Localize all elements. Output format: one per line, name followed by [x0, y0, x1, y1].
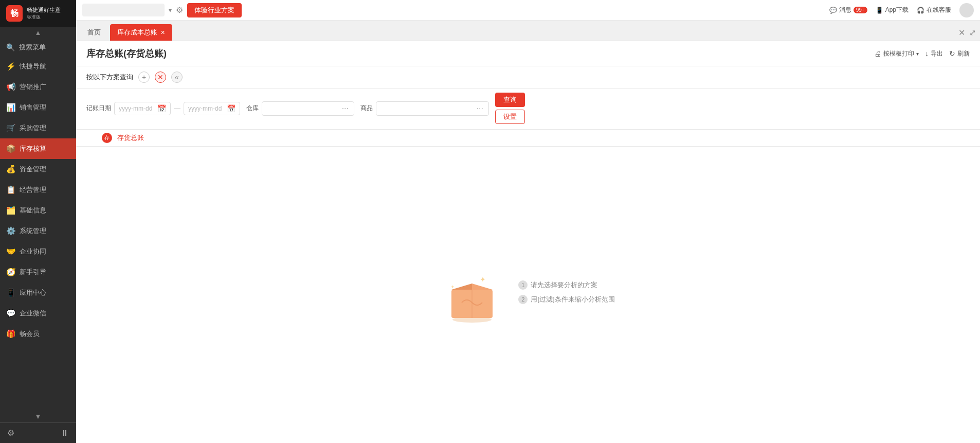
sidebar-item-capital[interactable]: 💰 资金管理: [0, 159, 76, 180]
goods-field-group: 商品 ···: [360, 101, 489, 116]
warehouse-field-group: 仓库 ···: [246, 101, 354, 116]
guide-icon: 🧭: [6, 268, 15, 277]
tabbar: 首页 库存成本总账 ✕ ✕ ⤢: [76, 21, 980, 41]
warehouse-more-icon[interactable]: ···: [342, 104, 349, 113]
refresh-btn[interactable]: ↻ 刷新: [949, 49, 970, 58]
tab-inventory-cost[interactable]: 库存成本总账 ✕: [110, 24, 172, 41]
sidebar-item-member[interactable]: 🎁 畅会员: [0, 324, 76, 344]
refresh-icon: ↻: [949, 49, 955, 58]
sidebar-item-ops[interactable]: 📋 经营管理: [0, 180, 76, 200]
refresh-label: 刷新: [957, 49, 970, 58]
goods-more-icon[interactable]: ···: [477, 104, 483, 113]
member-icon: 🎁: [6, 329, 15, 339]
tab-home-label: 首页: [87, 28, 101, 37]
user-avatar[interactable]: [959, 3, 974, 17]
sidebar-item-label: 经营管理: [20, 185, 46, 194]
industry-btn[interactable]: 体验行业方案: [187, 3, 242, 17]
empty-text-list: 1 请先选择要分析的方案 2 用[过滤]条件来缩小分析范围: [518, 280, 614, 309]
date-separator: —: [174, 104, 180, 112]
tabbar-expand-icon[interactable]: ⤢: [969, 28, 976, 38]
sidebar-logo: 畅 畅捷通好生意 标准版: [0, 0, 76, 27]
query-settings-col: 查询 设置: [495, 93, 525, 124]
sidebar-item-label: 销售管理: [20, 103, 46, 112]
sidebar-item-label: 企业微信: [20, 309, 46, 318]
export-label: 导出: [931, 49, 943, 58]
topbar-search-box[interactable]: [82, 4, 165, 16]
tabbar-close-icon[interactable]: ✕: [958, 28, 965, 38]
search-icon: 🔍: [6, 43, 15, 51]
print-chevron-icon: ▾: [916, 51, 919, 57]
collab-icon: 🤝: [6, 247, 15, 256]
content-area: 库存总账(存货总账) 🖨 按模板打印 ▾ ↓ 导出 ↻ 刷新 按以下方案查询: [76, 41, 980, 443]
sidebar-item-label: 基础信息: [20, 206, 46, 215]
sidebar-item-sales[interactable]: 📊 销售管理: [0, 97, 76, 118]
query-btn[interactable]: 查询: [495, 93, 525, 107]
sidebar-item-guide[interactable]: 🧭 新手引导: [0, 262, 76, 282]
app-icon: 📱: [876, 7, 883, 14]
app-download-btn[interactable]: 📱 App下载: [876, 6, 909, 14]
scheme-label[interactable]: 存货总账: [117, 133, 144, 143]
step-1-num: 1: [518, 280, 528, 290]
calendar-end-icon[interactable]: 📅: [227, 104, 235, 113]
headset-icon: 🎧: [917, 7, 924, 14]
date-start-input[interactable]: yyyy-mm-dd 📅: [114, 102, 171, 115]
wecom-icon: 💬: [6, 309, 15, 318]
sidebar-search-item[interactable]: 🔍 搜索菜单: [0, 39, 76, 56]
sidebar-scroll-down[interactable]: ▼: [0, 411, 76, 422]
calendar-start-icon[interactable]: 📅: [157, 104, 166, 113]
basic-icon: 🗂️: [6, 206, 15, 215]
export-btn[interactable]: ↓ 导出: [925, 49, 943, 58]
sidebar-item-wecom[interactable]: 💬 企业微信: [0, 303, 76, 324]
logo-icon: 畅: [6, 5, 23, 22]
print-label: 按模板打印: [883, 49, 914, 58]
filter-add-btn[interactable]: +: [138, 72, 150, 83]
filter-close-btn[interactable]: ✕: [155, 72, 166, 83]
sidebar-item-apps[interactable]: 📱 应用中心: [0, 282, 76, 303]
sidebar-item-label: 系统管理: [20, 226, 46, 236]
tab-home[interactable]: 首页: [80, 24, 108, 41]
capital-icon: 💰: [6, 165, 15, 174]
online-label: 在线客服: [927, 6, 951, 14]
empty-illustration: ✦ ✦: [441, 264, 503, 326]
collapse-icon[interactable]: ⏸: [61, 429, 69, 438]
sidebar-item-basic[interactable]: 🗂️ 基础信息: [0, 200, 76, 221]
step-2-num: 2: [518, 295, 528, 304]
sidebar-item-purchase[interactable]: 🛒 采购管理: [0, 118, 76, 138]
topbar-search-text: [87, 6, 94, 13]
sidebar-item-label: 快捷导航: [20, 62, 46, 71]
sidebar-item-collab[interactable]: 🤝 企业协同: [0, 241, 76, 262]
print-btn[interactable]: 🖨 按模板打印 ▾: [874, 49, 919, 58]
empty-box-svg: ✦ ✦: [441, 264, 503, 326]
sidebar-item-label: 新手引导: [20, 268, 46, 277]
sidebar-footer: ⚙ ⏸: [0, 422, 76, 443]
system-icon: ⚙️: [6, 226, 15, 236]
print-icon: 🖨: [874, 49, 881, 58]
message-btn[interactable]: 💬 消息 99+: [829, 6, 867, 14]
sidebar-item-system[interactable]: ⚙️ 系统管理: [0, 221, 76, 241]
sidebar-item-label: 库存核算: [20, 144, 46, 153]
message-badge: 99+: [854, 7, 867, 13]
filter-collapse-btn[interactable]: «: [171, 72, 183, 83]
main-area: ▾ ⚙ 体验行业方案 💬 消息 99+ 📱 App下载 🎧 在线客服 首页: [76, 0, 980, 443]
sidebar-item-inventory[interactable]: 📦 库存核算: [0, 138, 76, 159]
inventory-icon: 📦: [6, 144, 15, 153]
goods-input[interactable]: ···: [376, 101, 489, 116]
date-end-input[interactable]: yyyy-mm-dd 📅: [184, 102, 240, 115]
sidebar-item-marketing[interactable]: 📢 营销推广: [0, 77, 76, 97]
sidebar: 畅 畅捷通好生意 标准版 ▲ 🔍 搜索菜单 ⚡ 快捷导航 📢 营销推广 📊 销售…: [0, 0, 76, 443]
settings-icon[interactable]: ⚙: [7, 428, 14, 438]
scheme-icon: 存: [102, 133, 112, 143]
topbar-chevron-icon[interactable]: ▾: [169, 7, 172, 14]
online-service-btn[interactable]: 🎧 在线客服: [917, 6, 951, 14]
sidebar-item-label: 采购管理: [20, 123, 46, 133]
sidebar-item-quick-nav[interactable]: ⚡ 快捷导航: [0, 56, 76, 77]
empty-tip-1: 1 请先选择要分析的方案: [518, 280, 614, 290]
sidebar-scroll-up[interactable]: ▲: [0, 27, 76, 39]
warehouse-input[interactable]: ···: [262, 101, 354, 116]
settings-btn[interactable]: 设置: [495, 110, 525, 124]
tab-inventory-cost-label: 库存成本总账: [117, 28, 157, 37]
sidebar-item-label: 营销推广: [20, 82, 46, 92]
tab-close-icon[interactable]: ✕: [160, 29, 165, 36]
ops-icon: 📋: [6, 185, 15, 194]
topbar-gear-icon[interactable]: ⚙: [176, 5, 183, 15]
